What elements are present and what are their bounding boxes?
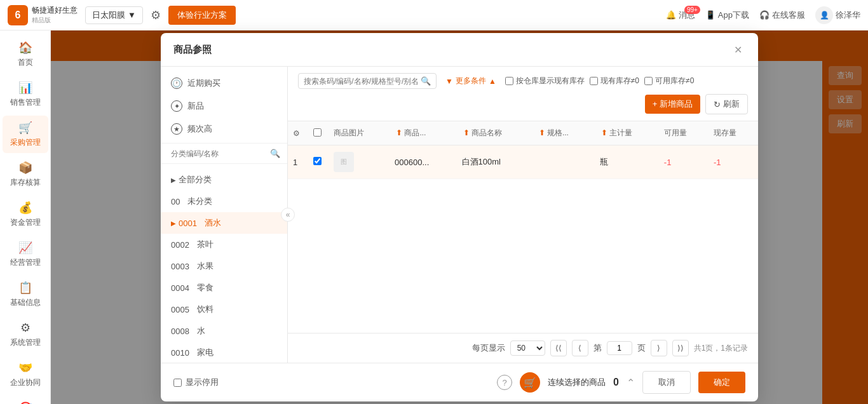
select-all-checkbox[interactable] (313, 128, 322, 137)
online-service-button[interactable]: 🎧 在线客服 (759, 10, 805, 21)
category-item-water[interactable]: 0008 水 (161, 320, 287, 342)
collapse-panel-button[interactable]: « (281, 208, 295, 222)
category-item-drinks[interactable]: 0005 饮料 (161, 299, 287, 320)
td-name: 白酒100ml (457, 145, 532, 179)
stock-nonzero-checkbox-label[interactable]: 现有库存≠0 (590, 76, 639, 86)
page-next-button[interactable]: ⟩ (651, 340, 667, 356)
product-search-input[interactable] (304, 77, 418, 86)
show-disabled-checkbox[interactable] (173, 379, 182, 387)
category-item-tea[interactable]: 0002 茶叶 (161, 234, 287, 255)
sort-name-icon: ⬆ (463, 128, 470, 137)
table-settings-icon[interactable]: ⚙ (293, 129, 300, 138)
refresh-button[interactable]: ↻ 刷新 (705, 94, 748, 114)
sidebar-item-basic-info[interactable]: 📋 基础信息 (3, 276, 48, 313)
high-frequency-item[interactable]: ★ 频次高 (161, 118, 287, 140)
page-size-select[interactable]: 50 100 200 (510, 340, 545, 356)
th-checkbox (308, 121, 329, 145)
category-search-icon[interactable]: 🔍 (270, 149, 280, 158)
settings-icon[interactable]: ⚙ (151, 8, 161, 22)
available-nonzero-checkbox-label[interactable]: 可用库存≠0 (644, 76, 694, 86)
modal-body: 🕐 近期购买 ✦ 新品 ★ 频次高 « (161, 67, 758, 363)
page-prev-button[interactable]: ⟨ (572, 340, 588, 356)
show-disabled-label[interactable]: 显示停用 (173, 377, 219, 388)
th-unit[interactable]: ⬆ 主计量 (595, 121, 659, 145)
operations-icon: 📈 (18, 241, 32, 255)
chevron-down-icon: ▼ (128, 10, 136, 20)
by-warehouse-checkbox-label[interactable]: 按仓库显示现有库存 (505, 76, 585, 86)
th-spec[interactable]: ⬆ 规格... (532, 121, 595, 145)
high-frequency-icon: ★ (171, 123, 182, 135)
trial-button[interactable]: 体验行业方案 (168, 6, 236, 25)
sort-spec-icon: ⬆ (539, 128, 545, 137)
modal-close-button[interactable]: ✕ (730, 42, 745, 57)
sidebar-item-sales[interactable]: 📊 销售管理 (3, 76, 48, 113)
cart-button[interactable]: 🛒 (520, 372, 540, 393)
category-item-snacks[interactable]: 0004 零食 (161, 277, 287, 299)
cancel-button[interactable]: 取消 (642, 371, 691, 394)
category-list: ▶ 全部分类 00 未分类 ▶ 0001 酒水 0002 茶 (161, 166, 287, 358)
row-checkbox[interactable] (313, 157, 322, 165)
sidebar-item-guide[interactable]: 🎯 新手引导 (3, 396, 48, 404)
by-warehouse-checkbox[interactable] (505, 77, 513, 85)
sidebar-item-inventory[interactable]: 📦 库存核算 (3, 156, 48, 193)
sidebar-item-purchase[interactable]: 🛒 采购管理 (3, 116, 48, 153)
stock-nonzero-checkbox[interactable] (590, 77, 598, 85)
category-item-all[interactable]: ▶ 全部分类 (161, 169, 287, 191)
arrow-right-active-icon: ▶ (171, 220, 176, 227)
new-product-icon: ✦ (171, 100, 182, 112)
confirm-button[interactable]: 确定 (698, 372, 745, 393)
td-unit: 瓶 (595, 145, 659, 179)
finance-icon: 💰 (18, 201, 32, 215)
new-product-item[interactable]: ✦ 新品 (161, 95, 287, 118)
sidebar-item-enterprise[interactable]: 🤝 企业协同 (3, 356, 48, 393)
category-item-uncategorized[interactable]: 00 未分类 (161, 191, 287, 212)
user-menu[interactable]: 👤 徐泽华 (815, 6, 860, 24)
sort-unit-icon: ⬆ (601, 128, 607, 137)
help-icon[interactable]: ? (497, 375, 512, 390)
modal-header: 商品参照 ✕ (161, 33, 758, 67)
category-item-liquor[interactable]: ▶ 0001 酒水 (161, 212, 287, 234)
available-nonzero-checkbox[interactable] (644, 77, 653, 85)
th-available: 可用量 (659, 121, 709, 145)
arrow-right-icon: ▶ (171, 177, 176, 184)
sidebar-item-home[interactable]: 🏠 首页 (3, 36, 48, 73)
page-first-button[interactable]: ⟨⟨ (550, 340, 567, 356)
td-num: 1 (288, 145, 308, 179)
pagination-area: 每页显示 50 100 200 ⟨⟨ ⟨ 第 页 ⟩ (288, 333, 758, 363)
sort-icon: ⬆ (396, 128, 402, 137)
page-last-button[interactable]: ⟩⟩ (672, 340, 689, 356)
table-row[interactable]: 1 图 000600... 白酒100ml (288, 145, 758, 179)
category-item-fruit[interactable]: 0003 水果 (161, 255, 287, 277)
main-layout: 🏠 首页 📊 销售管理 🛒 采购管理 📦 库存核算 💰 资金管理 📈 经营管理 … (0, 30, 868, 404)
basic-info-icon: 📋 (18, 281, 32, 295)
category-item-appliances[interactable]: 0010 家电 (161, 342, 287, 358)
page-info: 共1页，1条记录 (694, 343, 748, 354)
th-code[interactable]: ⬆ 商品... (390, 121, 456, 145)
modal-bottom-bar: 显示停用 ? 🛒 连续选择的商品 0 ⌃ 取消 确定 (161, 363, 758, 401)
avatar: 👤 (815, 6, 833, 24)
logo-text: 畅捷通好生意 精品版 (32, 5, 78, 25)
sidebar-item-system[interactable]: ⚙ 系统管理 (3, 316, 48, 353)
more-filter-button[interactable]: ▼ 更多条件 ▲ (442, 73, 500, 89)
app-download-button[interactable]: 📱 App下载 (705, 10, 749, 21)
cart-collapse-icon[interactable]: ⌃ (627, 377, 635, 389)
bell-icon: 🔔 (666, 10, 676, 20)
product-image: 图 (334, 152, 354, 172)
cart-area: ? 🛒 连续选择的商品 0 ⌃ (497, 372, 635, 393)
modal-left-panel: 🕐 近期购买 ✦ 新品 ★ 频次高 « (161, 67, 288, 363)
td-image: 图 (329, 145, 390, 179)
logo-icon: 6 (8, 5, 28, 25)
recent-purchase-item[interactable]: 🕐 近期购买 (161, 72, 287, 95)
category-search-input[interactable] (171, 149, 266, 158)
sidebar-item-operations[interactable]: 📈 经营管理 (3, 236, 48, 273)
add-product-button[interactable]: + 新增商品 (645, 95, 700, 114)
refresh-icon: ↻ (714, 100, 721, 109)
enterprise-icon: 🤝 (18, 361, 32, 375)
search-icon[interactable]: 🔍 (421, 76, 431, 86)
page-number-input[interactable] (607, 341, 632, 355)
message-button[interactable]: 🔔 消息 99+ (666, 10, 695, 21)
logo-area: 6 畅捷通好生意 精品版 (8, 5, 78, 25)
th-name[interactable]: ⬆ 商品名称 (457, 121, 532, 145)
store-selector[interactable]: 日太阳膜 ▼ (85, 6, 143, 24)
sidebar-item-finance[interactable]: 💰 资金管理 (3, 196, 48, 233)
